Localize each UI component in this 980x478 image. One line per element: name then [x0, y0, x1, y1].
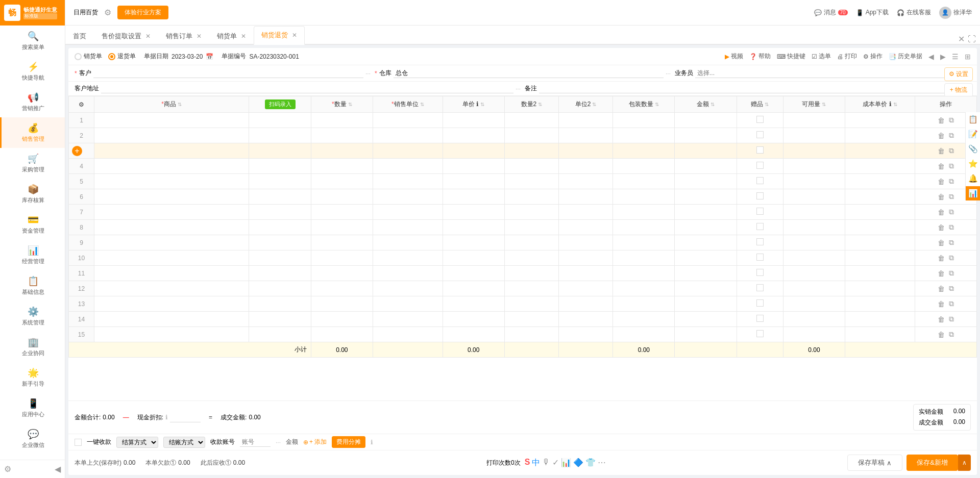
cell-price-13[interactable] — [443, 296, 504, 312]
cell-available-13[interactable] — [783, 296, 845, 312]
copy-row-4-btn[interactable]: ⧉ — [948, 161, 955, 171]
copy-row-2-btn[interactable]: ⧉ — [948, 130, 955, 141]
cell-unit-15[interactable] — [373, 327, 443, 342]
cell-unit-6[interactable] — [373, 189, 443, 205]
sort-unit-icon[interactable]: ⇅ — [420, 102, 424, 107]
sidebar-item-basic-info[interactable]: 📋基础信息 — [0, 270, 65, 301]
tab-sales-order[interactable]: 销售订单✕ — [158, 27, 209, 45]
delete-row-13-btn[interactable]: 🗑 — [937, 298, 946, 309]
cell-qty2-12[interactable] — [504, 281, 558, 296]
copy-row-10-btn[interactable]: ⧉ — [948, 253, 955, 263]
video-action[interactable]: ▶ 视频 — [725, 52, 743, 61]
cell-amount-1[interactable] — [675, 113, 737, 128]
radio-sales-delivery[interactable]: 销货单 — [75, 52, 102, 61]
delete-row-8-btn[interactable]: 🗑 — [937, 222, 946, 233]
sidebar-item-purchase[interactable]: 🛒采购管理 — [0, 148, 65, 179]
radio-sales-return[interactable]: 退货单 — [108, 52, 136, 61]
cell-available-6[interactable] — [783, 189, 845, 205]
cell-amount-7[interactable] — [675, 205, 737, 220]
tab-sales-return[interactable]: 销货退货✕ — [254, 26, 305, 45]
delete-row-12-btn[interactable]: 🗑 — [937, 283, 946, 294]
gift-checkbox-15[interactable] — [756, 330, 764, 337]
cell-cost-9[interactable] — [845, 235, 915, 250]
gift-checkbox-6[interactable] — [756, 192, 764, 199]
cell-price-5[interactable] — [443, 174, 504, 189]
sort-unit2-icon[interactable]: ⇅ — [592, 102, 596, 107]
gift-checkbox-7[interactable] — [756, 208, 764, 215]
warehouse-dots[interactable]: ··· — [666, 70, 671, 77]
sidebar-item-system[interactable]: ⚙️系统管理 — [0, 301, 65, 332]
cell-available-11[interactable] — [783, 266, 845, 281]
right-icon-4[interactable]: ⭐ — [966, 157, 980, 171]
cell-goods-12[interactable] — [94, 281, 249, 296]
cell-qty2-3[interactable] — [504, 143, 558, 159]
cell-price-4[interactable] — [443, 159, 504, 174]
sidebar-item-enterprise[interactable]: 🏢企业协同 — [0, 332, 65, 362]
sidebar-item-search[interactable]: 🔍搜索菜单 — [0, 26, 65, 56]
cell-amount-11[interactable] — [675, 266, 737, 281]
cell-price-7[interactable] — [443, 205, 504, 220]
cell-unit-2[interactable] — [373, 128, 443, 143]
cell-price-10[interactable] — [443, 250, 504, 266]
cell-goods-3[interactable] — [94, 143, 249, 159]
online-service-btn[interactable]: 🎧 在线客服 — [897, 8, 931, 17]
cell-cost-8[interactable] — [845, 220, 915, 235]
cell-cost-11[interactable] — [845, 266, 915, 281]
goods-input-7[interactable] — [97, 209, 246, 216]
cell-pack-5[interactable] — [613, 174, 675, 189]
cell-cost-2[interactable] — [845, 128, 915, 143]
select-action[interactable]: ☑ 选单 — [812, 52, 831, 61]
cell-unit2-10[interactable] — [558, 250, 612, 266]
cell-available-12[interactable] — [783, 281, 845, 296]
cell-available-7[interactable] — [783, 205, 845, 220]
cell-available-4[interactable] — [783, 159, 845, 174]
add-payment-btn[interactable]: ⊕ + 添加 — [303, 438, 327, 446]
topbar-settings-icon[interactable]: ⚙ — [104, 8, 111, 17]
remark-input[interactable] — [539, 84, 971, 93]
sort-price-icon[interactable]: ⇅ — [480, 102, 484, 107]
save-new-chevron-btn[interactable]: ∧ — [958, 455, 971, 471]
cell-cost-5[interactable] — [845, 174, 915, 189]
cell-unit-4[interactable] — [373, 159, 443, 174]
account-input[interactable] — [240, 437, 271, 447]
goods-input-2[interactable] — [97, 132, 246, 139]
cell-cost-13[interactable] — [845, 296, 915, 312]
sort-cost-icon[interactable]: ⇅ — [893, 102, 897, 107]
cell-goods-5[interactable] — [94, 174, 249, 189]
message-btn[interactable]: 💬 消息 70 — [814, 8, 848, 17]
view-grid-icon[interactable]: ⊞ — [965, 53, 971, 61]
gift-checkbox-11[interactable] — [756, 269, 764, 276]
cell-amount-2[interactable] — [675, 128, 737, 143]
cell-amount-12[interactable] — [675, 281, 737, 296]
tab-sales-delivery[interactable]: 销货单✕ — [209, 27, 254, 45]
copy-row-7-btn[interactable]: ⧉ — [948, 207, 955, 217]
cell-qty2-13[interactable] — [504, 296, 558, 312]
toolbar-icon-4[interactable]: ✓ — [552, 458, 559, 468]
tab-price-settings[interactable]: 售价提取设置✕ — [94, 27, 158, 45]
gift-checkbox-5[interactable] — [756, 177, 764, 184]
copy-row-8-btn[interactable]: ⧉ — [948, 222, 955, 233]
gift-checkbox-10[interactable] — [756, 254, 764, 261]
toolbar-icon-8[interactable]: ⋯ — [598, 458, 606, 468]
cell-amount-14[interactable] — [675, 312, 737, 327]
cell-qty-12[interactable] — [311, 281, 373, 296]
cell-pack-3[interactable] — [613, 143, 675, 159]
cell-unit2-7[interactable] — [558, 205, 612, 220]
settings-btn[interactable]: ⚙ 设置 — [944, 67, 973, 81]
trial-btn[interactable]: 体验行业方案 — [117, 6, 168, 19]
cell-cost-14[interactable] — [845, 312, 915, 327]
cell-unit2-8[interactable] — [558, 220, 612, 235]
gift-checkbox-14[interactable] — [756, 315, 764, 322]
cell-goods-7[interactable] — [94, 205, 249, 220]
scan-btn[interactable]: 扫码录入 — [265, 99, 296, 109]
user-profile[interactable]: 👤 徐泽华 — [939, 7, 972, 19]
copy-row-12-btn[interactable]: ⧉ — [948, 283, 955, 294]
cell-price-1[interactable] — [443, 113, 504, 128]
cell-available-1[interactable] — [783, 113, 845, 128]
cell-unit-10[interactable] — [373, 250, 443, 266]
cell-amount-15[interactable] — [675, 327, 737, 342]
sidebar-item-finance[interactable]: 💳资金管理 — [0, 209, 65, 240]
cell-unit2-6[interactable] — [558, 189, 612, 205]
cell-goods-11[interactable] — [94, 266, 249, 281]
sidebar-collapse-icon[interactable]: ◀ — [55, 464, 61, 474]
